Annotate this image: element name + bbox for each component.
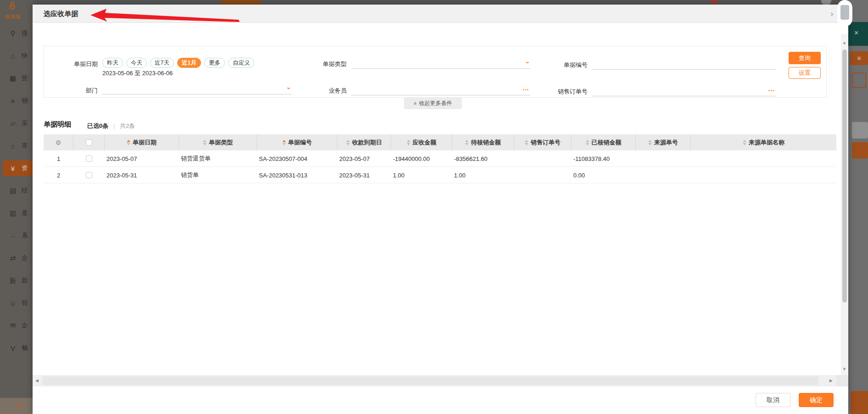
row-index: 2 <box>44 167 73 183</box>
column-header-7[interactable]: 销售订单号 <box>514 134 571 150</box>
column-header-5[interactable]: 应收金额 <box>391 134 452 150</box>
column-header-6[interactable]: 待核销金额 <box>452 134 514 150</box>
cell-doc_date: 2023-05-07 <box>105 150 179 167</box>
horizontal-scrollbar[interactable]: ◀ ▶ <box>33 375 836 386</box>
settings-gear-icon[interactable]: ⚙ <box>17 402 22 409</box>
column-header-1[interactable]: 单据日期 <box>105 134 179 150</box>
sort-arrows-icon[interactable] <box>346 140 350 145</box>
sidebar-item-enterprise[interactable]: ⇄企 <box>3 250 33 266</box>
sidebar-item-messages[interactable]: ✉企 <box>3 318 33 333</box>
list-button[interactable]: ≡ <box>850 51 868 65</box>
department-label: 部门 <box>58 87 98 95</box>
total-count: 共2条 <box>120 122 135 129</box>
horizontal-scrollbar-thumb[interactable] <box>43 376 818 385</box>
row-checkbox[interactable] <box>86 172 92 178</box>
sidebar-item-purchase[interactable]: ▱采 <box>3 116 33 131</box>
scroll-right-icon[interactable]: ▶ <box>829 378 833 383</box>
sidebar-item-label: 畅 <box>22 344 28 352</box>
sidebar-item-funds[interactable]: ¥资 <box>3 160 33 176</box>
sort-arrows-icon[interactable] <box>282 140 286 145</box>
table-row[interactable]: 22023-05-31销货单SA-20230531-0132023-05-311… <box>44 167 836 183</box>
edition-label: 标准版 <box>5 14 21 20</box>
cell-source_name <box>691 150 836 167</box>
sidebar-item-label: 搜 <box>22 29 28 38</box>
background-gray-button <box>852 122 868 138</box>
background-orange-button <box>852 142 868 159</box>
smart-icon: ☺ <box>8 299 17 307</box>
scroll-left-icon[interactable]: ◀ <box>35 378 39 383</box>
sidebar-item-label: 企 <box>22 254 28 262</box>
date-pill[interactable]: 近1月 <box>177 58 201 68</box>
date-range-value[interactable]: 2023-05-06 至 2023-06-06 <box>102 69 173 77</box>
date-pill[interactable]: 昨天 <box>102 58 123 68</box>
settings-button[interactable]: 设置 <box>789 67 821 79</box>
sort-arrows-icon[interactable] <box>407 140 410 145</box>
collapse-more-conditions[interactable]: » 收起更多条件 <box>404 98 462 109</box>
checkbox-header[interactable] <box>73 134 105 150</box>
cell-sales_order_no <box>514 167 571 183</box>
date-pill[interactable]: 更多 <box>204 58 225 68</box>
sidebar-item-operations[interactable]: ▤经 <box>3 183 33 199</box>
basic-data-icon: ▥ <box>8 209 17 217</box>
sidebar-item-smart[interactable]: ☺智 <box>3 295 33 311</box>
sidebar-item-label: 智 <box>22 299 28 307</box>
column-settings-header[interactable]: ⚙ <box>44 134 73 150</box>
column-header-2[interactable]: 单据类型 <box>179 134 257 150</box>
sidebar-item-inventory[interactable]: ⌂库 <box>3 138 33 154</box>
messages-icon: ✉ <box>8 321 17 330</box>
sort-arrows-icon[interactable] <box>203 140 207 145</box>
sales-order-no-picker[interactable]: ••• <box>592 84 776 96</box>
sidebar-item-basic-data[interactable]: ▥基 <box>3 205 33 221</box>
cell-due_date: 2023-05-07 <box>337 150 391 167</box>
sidebar-item-new[interactable]: 新新 <box>3 273 33 288</box>
salesperson-picker[interactable]: ••• <box>351 83 530 95</box>
chevron-right-icon[interactable]: › <box>830 9 833 19</box>
sidebar-item-label: 采 <box>22 119 28 127</box>
sidebar-item-quick-home[interactable]: ⌂快 <box>3 48 33 64</box>
vertical-scrollbar-thumb[interactable] <box>842 50 847 303</box>
sort-arrows-icon[interactable] <box>586 140 589 145</box>
cell-verified_amount: -11083378.40 <box>571 150 636 167</box>
floating-widget[interactable] <box>837 0 852 27</box>
sort-arrows-icon[interactable] <box>525 140 528 145</box>
column-header-4[interactable]: 收款到期日 <box>337 134 391 150</box>
sidebar-item-system[interactable]: ∴系 <box>3 228 33 243</box>
sort-arrows-icon[interactable] <box>465 140 469 145</box>
sidebar-item-label: 企 <box>22 321 28 330</box>
table-section-title: 单据明细 <box>44 120 71 129</box>
sort-arrows-icon[interactable] <box>743 140 746 145</box>
select-all-checkbox[interactable] <box>86 139 92 146</box>
confirm-button[interactable]: 确定 <box>799 393 834 407</box>
scroll-down-icon[interactable]: ▼ <box>842 367 846 371</box>
column-header-label: 来源单据名称 <box>749 138 784 147</box>
sidebar-item-sales[interactable]: ¤销 <box>3 93 33 109</box>
column-header-10[interactable]: 来源单据名称 <box>691 134 836 150</box>
vertical-scrollbar[interactable]: ▲ ▼ <box>841 34 848 375</box>
doc-no-label: 单据编号 <box>548 61 588 69</box>
cancel-button[interactable]: 取消 <box>756 393 790 407</box>
sort-arrows-icon[interactable] <box>127 140 130 145</box>
query-button[interactable]: 查询 <box>789 52 821 64</box>
table-row[interactable]: 12023-05-07销货退货单SA-20230507-0042023-05-0… <box>44 150 836 167</box>
doc-no-input[interactable] <box>592 58 776 70</box>
department-select[interactable]: › <box>102 83 291 94</box>
column-settings-gear-icon[interactable]: ⚙ <box>56 139 62 146</box>
sort-arrows-icon[interactable] <box>648 140 652 145</box>
date-pill[interactable]: 今天 <box>126 58 147 68</box>
sidebar-item-chanjet-v[interactable]: V畅 <box>3 340 33 356</box>
date-pill[interactable]: 近7天 <box>150 58 174 68</box>
inventory-icon: ⌂ <box>8 142 17 150</box>
cell-doc_type: 销货退货单 <box>179 150 257 167</box>
column-header-8[interactable]: 已核销金额 <box>571 134 636 150</box>
close-icon[interactable]: × <box>854 29 858 37</box>
column-header-9[interactable]: 来源单号 <box>636 134 691 150</box>
row-checkbox[interactable] <box>86 155 92 162</box>
scroll-up-icon[interactable]: ▲ <box>842 40 846 45</box>
doc-type-select[interactable]: › <box>351 57 530 69</box>
date-pill[interactable]: 自定义 <box>228 58 255 68</box>
background-help-panel: × <box>848 22 868 46</box>
table-header-row: ⚙单据日期单据类型单据编号收款到期日应收金额待核销金额销售订单号已核销金额来源单… <box>44 134 836 150</box>
sidebar-item-marketing[interactable]: ▦营 <box>3 71 33 86</box>
sidebar-item-search[interactable]: ⚲搜 <box>3 26 33 41</box>
column-header-3[interactable]: 单据编号 <box>257 134 337 150</box>
